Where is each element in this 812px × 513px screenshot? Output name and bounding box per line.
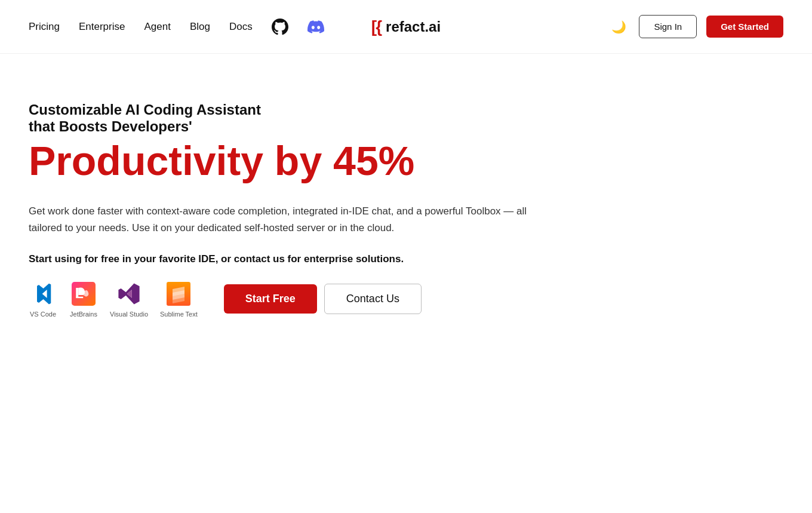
jetbrains-icon [69,279,98,308]
ide-vscode[interactable]: VS Code [29,279,57,318]
github-icon[interactable] [272,19,288,35]
ide-icons: VS Code [29,279,210,318]
sublimetext-label: Sublime Text [160,311,198,318]
hero-title: Customizable AI Coding Assistant that Bo… [29,102,628,184]
start-free-button[interactable]: Start Free [224,284,317,314]
hero-title-line1: Customizable AI Coding Assistant [29,102,261,118]
logo-text: refact.ai [386,19,441,35]
jetbrains-label: JetBrains [70,311,97,318]
hero-section: Customizable AI Coding Assistant that Bo… [0,54,657,373]
nav-links: Pricing Enterprise Agent Blog Docs [29,19,608,35]
getstarted-button[interactable]: Get Started [706,16,783,38]
navbar: Pricing Enterprise Agent Blog Docs [{ re… [0,0,812,54]
nav-agent[interactable]: Agent [144,21,170,33]
hero-title-red: Productivity by 45% [29,137,628,184]
hero-title-line2: that Boosts Developers' [29,118,192,134]
vscode-label: VS Code [30,311,56,318]
nav-blog[interactable]: Blog [190,21,210,33]
site-logo[interactable]: [{ refact.ai [371,17,441,36]
hero-description: Get work done faster with context-aware … [29,203,530,236]
ide-jetbrains[interactable]: JetBrains [69,279,98,318]
visualstudio-icon [115,279,143,308]
vscode-icon [29,279,57,308]
nav-right: 🌙 Sign In Get Started [608,15,783,38]
dark-mode-toggle[interactable]: 🌙 [608,16,629,38]
ide-row: VS Code [29,279,628,318]
discord-icon[interactable] [307,19,324,35]
ide-visualstudio[interactable]: Visual Studio [110,279,148,318]
nav-pricing[interactable]: Pricing [29,21,60,33]
logo-bracket-left: [{ [371,17,381,36]
svg-rect-2 [76,288,78,297]
sublimetext-icon [164,279,193,308]
contact-us-button[interactable]: Contact Us [324,284,422,314]
ide-sublimetext[interactable]: Sublime Text [160,279,198,318]
nav-enterprise[interactable]: Enterprise [79,21,125,33]
nav-docs[interactable]: Docs [229,21,253,33]
hero-cta-text: Start using for free in your favorite ID… [29,253,628,265]
visualstudio-label: Visual Studio [110,311,148,318]
signin-button[interactable]: Sign In [639,15,697,38]
